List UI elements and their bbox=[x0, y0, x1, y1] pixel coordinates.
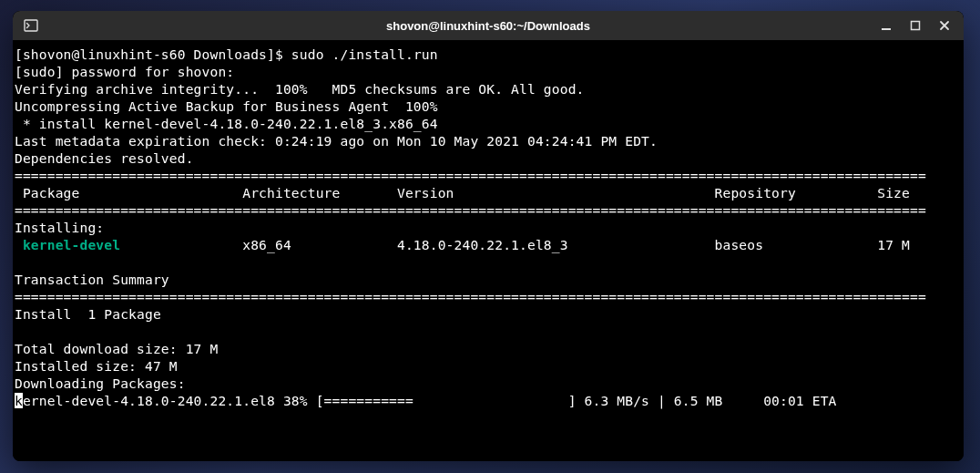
output-line: Downloading Packages: bbox=[15, 375, 186, 391]
package-name: kernel-devel bbox=[15, 237, 120, 252]
shell-prompt: [shovon@linuxhint-s60 Downloads]$ bbox=[15, 46, 291, 62]
section-header: Transaction Summary bbox=[15, 272, 169, 287]
package-details: x86_64 4.18.0-240.22.1.el8_3 baseos 17 M bbox=[120, 237, 910, 252]
table-header: Package Architecture Version Repository … bbox=[15, 185, 910, 201]
svg-rect-1 bbox=[882, 28, 891, 30]
svg-rect-0 bbox=[25, 20, 37, 31]
progress-line: ernel-devel-4.18.0-240.22.1.el8 38% [===… bbox=[23, 393, 837, 408]
command-text: sudo ./install.run bbox=[291, 46, 438, 62]
output-line: Verifying archive integrity... 100% MD5 … bbox=[15, 81, 585, 97]
svg-rect-2 bbox=[912, 22, 920, 30]
terminal-window: shovon@linuxhint-s60:~/Downloads [shovon… bbox=[13, 11, 964, 461]
output-line: Total download size: 17 M bbox=[15, 341, 218, 356]
terminal-output[interactable]: [shovon@linuxhint-s60 Downloads]$ sudo .… bbox=[13, 40, 964, 461]
output-line: Uncompressing Active Backup for Business… bbox=[15, 98, 438, 114]
maximize-button[interactable] bbox=[907, 17, 924, 34]
section-header: Installing: bbox=[15, 220, 104, 235]
terminal-icon bbox=[24, 18, 38, 33]
separator-line: ========================================… bbox=[15, 289, 926, 304]
titlebar[interactable]: shovon@linuxhint-s60:~/Downloads bbox=[13, 11, 964, 40]
output-line: [sudo] password for shovon: bbox=[15, 64, 234, 79]
output-line: Install 1 Package bbox=[15, 306, 161, 322]
output-line: Last metadata expiration check: 0:24:19 … bbox=[15, 133, 658, 149]
separator-line: ========================================… bbox=[15, 202, 926, 218]
close-button[interactable] bbox=[936, 17, 953, 34]
output-line: * install kernel-devel-4.18.0-240.22.1.e… bbox=[15, 116, 438, 131]
output-line: Dependencies resolved. bbox=[15, 150, 194, 166]
output-line: Installed size: 47 M bbox=[15, 358, 178, 374]
window-title: shovon@linuxhint-s60:~/Downloads bbox=[118, 19, 858, 33]
minimize-button[interactable] bbox=[878, 17, 894, 34]
window-controls bbox=[858, 17, 958, 34]
cursor-position: k bbox=[15, 393, 23, 408]
separator-line: ========================================… bbox=[15, 168, 926, 183]
titlebar-left bbox=[18, 18, 118, 33]
